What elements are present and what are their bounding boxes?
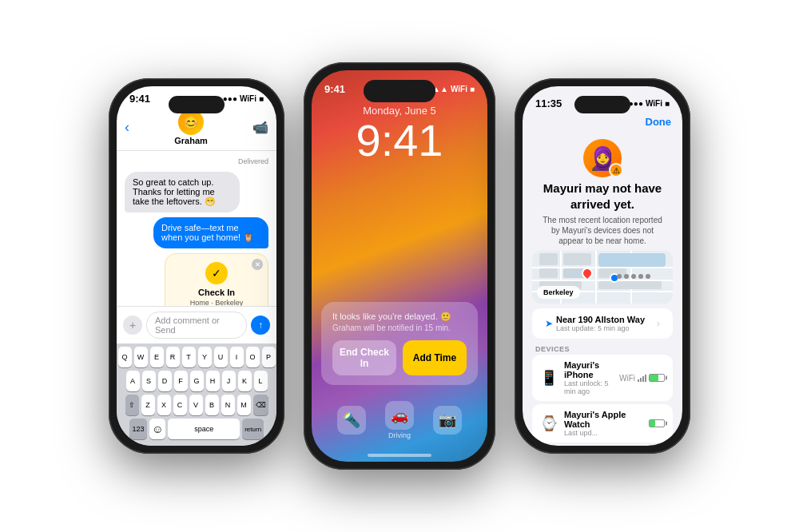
- location-arrow-icon: ➤: [545, 318, 553, 329]
- key-l[interactable]: L: [254, 371, 268, 391]
- device-row-watch: ⌚ Mayuri's Apple Watch Last upd...: [532, 404, 673, 443]
- key-j[interactable]: J: [222, 371, 236, 391]
- key-s[interactable]: S: [142, 371, 156, 391]
- check-in-detail-1: Home · Berkeley: [173, 299, 260, 306]
- status-icons-1: ●●● WiFi ■: [223, 94, 264, 103]
- key-p[interactable]: P: [262, 347, 276, 367]
- key-delete[interactable]: ⌫: [253, 395, 268, 415]
- findmy-header: Done: [523, 113, 682, 133]
- lock-dock: 🔦 🚗 Driving 📷: [312, 395, 487, 451]
- warning-badge-icon: ⚠: [609, 163, 623, 177]
- send-button[interactable]: ↑: [251, 316, 270, 335]
- end-check-in-button[interactable]: End Check In: [332, 340, 396, 375]
- key-n[interactable]: N: [221, 395, 235, 415]
- device-info-iphone: Mayuri's iPhone Last unlock: 5 min ago: [564, 360, 613, 395]
- phone-findmy: 11:35 ●●● WiFi ■ Done 🧕 ⚠ Mayur: [515, 78, 690, 454]
- key-b[interactable]: B: [205, 395, 219, 415]
- key-d[interactable]: D: [158, 371, 172, 391]
- key-space[interactable]: space: [168, 419, 240, 439]
- message-input-field[interactable]: Add comment or Send: [146, 312, 247, 339]
- notif-subtitle: Graham will be notified in 15 min.: [332, 324, 467, 332]
- check-in-close-icon[interactable]: ✕: [252, 259, 263, 270]
- phone-lockscreen: 9:41 ▲▲▲ WiFi ■ Monday, June 5 9:41 It l…: [304, 62, 495, 470]
- key-k[interactable]: K: [238, 371, 252, 391]
- key-f[interactable]: F: [174, 371, 188, 391]
- check-in-icon: ✓: [205, 262, 228, 284]
- location-address: Near 190 Allston Way: [556, 315, 657, 324]
- location-row[interactable]: ➤ Near 190 Allston Way Last update: 5 mi…: [532, 308, 673, 339]
- key-m[interactable]: M: [237, 395, 251, 415]
- lockscreen: 9:41 ▲▲▲ WiFi ■ Monday, June 5 9:41 It l…: [312, 70, 487, 462]
- status-icons-3: ●●● WiFi ■: [629, 99, 670, 108]
- chevron-right-icon: ›: [657, 318, 660, 329]
- avatar-warning-area: 🧕 ⚠: [523, 133, 682, 181]
- key-t[interactable]: T: [182, 347, 196, 367]
- key-w[interactable]: W: [134, 347, 148, 367]
- key-g[interactable]: G: [190, 371, 204, 391]
- notif-buttons: End Check In Add Time: [332, 340, 467, 375]
- done-button[interactable]: Done: [646, 116, 672, 128]
- dock-flashlight[interactable]: 🔦: [337, 406, 366, 435]
- status-time-1: 9:41: [129, 93, 150, 105]
- key-x[interactable]: X: [157, 395, 171, 415]
- flashlight-icon: 🔦: [337, 406, 366, 435]
- key-shift[interactable]: ⇧: [125, 395, 139, 415]
- video-call-icon[interactable]: 📹: [252, 120, 268, 135]
- battery-icon-3: ■: [665, 99, 670, 108]
- battery-icon-2: ■: [470, 85, 475, 93]
- message-bubble-sent-1: Drive safe—text me when you get home! 🦉: [153, 217, 268, 248]
- iphone-battery-bar: [649, 374, 665, 382]
- key-y[interactable]: Y: [198, 347, 212, 367]
- keyboard-row-bottom: 123 ☺ space return: [118, 419, 275, 439]
- location-info: Near 190 Allston Way Last update: 5 min …: [556, 315, 657, 332]
- messages-area: Delivered So great to catch up. Thanks f…: [117, 151, 276, 306]
- check-in-notification: It looks like you're delayed. 🙂 Graham w…: [321, 302, 478, 385]
- watch-battery-bar: [649, 419, 665, 427]
- key-q[interactable]: Q: [118, 347, 132, 367]
- findmy-title: Mayuri may not have arrived yet.: [523, 181, 682, 212]
- message-input-bar: + Add comment or Send ↑: [117, 306, 276, 343]
- wifi-icon-2: WiFi: [451, 85, 467, 93]
- key-u[interactable]: U: [214, 347, 228, 367]
- key-c[interactable]: C: [173, 395, 187, 415]
- key-emoji[interactable]: ☺: [149, 419, 165, 439]
- signal-icon-1: ●●●: [223, 94, 237, 103]
- watch-device-name: Mayuri's Apple Watch: [564, 410, 642, 429]
- iphone-device-status: Last unlock: 5 min ago: [564, 379, 613, 395]
- attach-icon[interactable]: +: [123, 316, 142, 335]
- map-city-label: Berkeley: [537, 286, 580, 299]
- key-r[interactable]: R: [166, 347, 180, 367]
- key-a[interactable]: A: [126, 371, 140, 391]
- contact-info: 😊 Graham: [134, 109, 248, 145]
- key-v[interactable]: V: [189, 395, 203, 415]
- key-h[interactable]: H: [206, 371, 220, 391]
- map-background: Berkeley: [532, 251, 673, 304]
- map-container[interactable]: Berkeley: [532, 251, 673, 304]
- key-z[interactable]: Z: [141, 395, 155, 415]
- keyboard-row-2: A S D F G H J K L: [118, 371, 275, 391]
- watch-device-status: Last upd...: [564, 429, 642, 437]
- key-o[interactable]: O: [246, 347, 260, 367]
- key-i[interactable]: I: [230, 347, 244, 367]
- key-numbers[interactable]: 123: [129, 419, 147, 439]
- check-in-card: ✕ ✓ Check In Home · Berkeley Around 11:0…: [165, 253, 268, 306]
- iphone-device-name: Mayuri's iPhone: [564, 360, 613, 379]
- delivered-label: Delivered: [125, 157, 268, 165]
- battery-icon-1: ■: [259, 94, 264, 103]
- imessage-header: ‹ 😊 Graham 📹: [117, 108, 276, 151]
- wifi-signal-icon: WiFi: [619, 374, 635, 383]
- add-time-button[interactable]: Add Time: [403, 340, 467, 375]
- dock-driving[interactable]: 🚗 Driving: [385, 401, 414, 439]
- status-time-2: 9:41: [324, 83, 345, 95]
- key-e[interactable]: E: [150, 347, 164, 367]
- map-route-dots: [617, 274, 650, 279]
- findmy-subtitle: The most recent location reported by May…: [523, 212, 682, 251]
- notif-title: It looks like you're delayed. 🙂: [332, 312, 467, 322]
- home-indicator: [368, 454, 431, 457]
- key-return[interactable]: return: [242, 419, 264, 439]
- back-arrow-icon[interactable]: ‹: [125, 119, 129, 136]
- dock-camera[interactable]: 📷: [433, 406, 462, 435]
- watch-battery: [649, 419, 665, 427]
- dynamic-island-1: [169, 96, 225, 113]
- iphone-battery: WiFi: [619, 374, 665, 383]
